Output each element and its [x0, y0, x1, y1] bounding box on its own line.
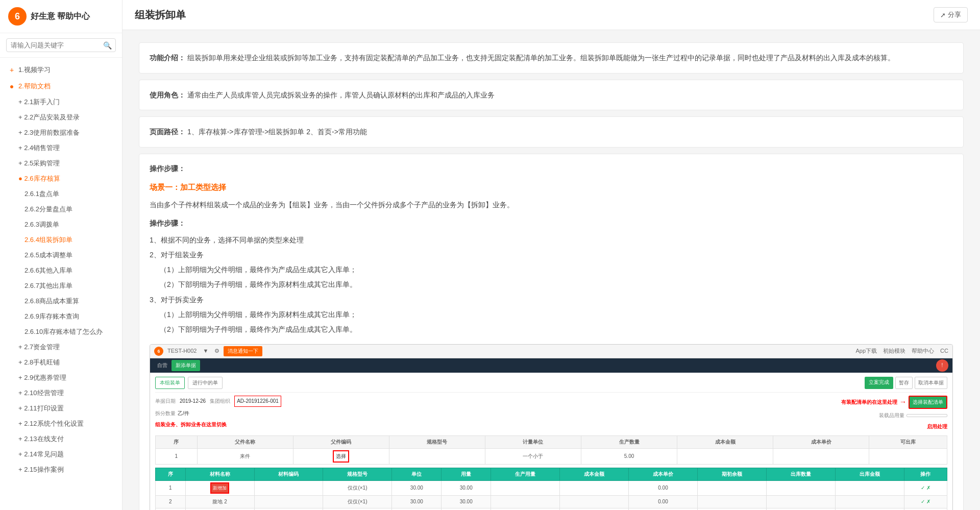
ss-qty-label: 拆分数量 [155, 409, 176, 418]
share-button[interactable]: ➚ 分享 [934, 7, 968, 22]
sidebar-item-stocktake[interactable]: 2.6.1盘点单 [0, 186, 122, 202]
sidebar-item-other-in[interactable]: 2.6.6其他入库单 [0, 263, 122, 278]
ss-mat1-btn: 新增加 [210, 482, 229, 494]
ss-app-dl: App下载 [856, 346, 877, 356]
role-label: 使用角色： [150, 91, 185, 99]
ss-sub-col-mat-code: 材料编码 [254, 468, 323, 481]
ss-input-field [906, 414, 947, 417]
share-icon: ➚ [940, 11, 946, 19]
sidebar-item-sales[interactable]: + 2.4销售管理 [0, 140, 122, 156]
logo-icon: 6 [8, 7, 27, 26]
ss-cell-unit: 一个小于 [485, 449, 581, 465]
sidebar-item-payment[interactable]: + 2.13在线支付 [0, 431, 122, 447]
sidebar-item-cost-recalc[interactable]: 2.6.8商品成本重算 [0, 294, 122, 309]
ss-btn-confirm: 立案完成 [865, 377, 893, 389]
sidebar: 6 好生意 帮助中心 🔍 + 1.视频学习 ● 2.帮助文档 + 2.1新手入门… [0, 0, 122, 510]
ss-tab-progress: 进行中的单 [188, 377, 223, 389]
sidebar-item-inventory[interactable]: ● 2.6库存核算 [0, 171, 122, 186]
sidebar-item-finance[interactable]: + 2.7资金管理 [0, 339, 122, 355]
sidebar-item-cases[interactable]: + 2.15操作案例 [0, 462, 122, 477]
sidebar-item-purchase[interactable]: + 2.5采购管理 [0, 156, 122, 171]
ss-nav-new: 新添单据 [172, 360, 200, 371]
sidebar-item-mobile[interactable]: + 2.8手机旺铺 [0, 355, 122, 370]
step2: 2、对于组装业务 [150, 249, 953, 261]
ss-app-id: TEST-H002 [167, 346, 197, 356]
sidebar-item-coupon[interactable]: + 2.9优惠券管理 [0, 370, 122, 385]
ss-cell-qty: 5.00 [581, 449, 677, 465]
sidebar-item-partial-stocktake[interactable]: 2.6.2分量盘点单 [0, 202, 122, 217]
ss-annotation2: 组装业务、拆卸业务在这里切换 [155, 420, 227, 429]
ss-sub-col-unit: 单位 [392, 468, 442, 481]
sidebar-item-docs[interactable]: ● 2.帮助文档 [0, 78, 122, 94]
ss-date-val: 2019-12-26 [180, 397, 206, 406]
sidebar-item-stock-ledger[interactable]: 2.6.9库存账本查询 [0, 309, 122, 324]
sidebar-item-operation[interactable]: + 2.10经营管理 [0, 385, 122, 401]
ss-logo: 6 [154, 347, 163, 356]
sidebar-item-other-out[interactable]: 2.6.7其他出库单 [0, 278, 122, 294]
ss-right-panel-area: 装载品用量 [879, 411, 947, 420]
ss-nav-home: 自营 [154, 360, 170, 371]
scene1-title: 场景一：加工类型选择 [150, 180, 953, 194]
ss-row1-op: ✓ ✗ [921, 485, 930, 491]
table-row: 1 来件 选择 一个小于 5.00 [156, 449, 947, 465]
content-area: 功能介绍： 组装拆卸单用来处理企业组装或拆卸等加工业务，支持有固定装配清单的产品… [122, 30, 980, 510]
sidebar-item-faq[interactable]: + 2.14常见问题 [0, 447, 122, 462]
sidebar-item-cost-adjust[interactable]: 2.6.5成本调整单 [0, 248, 122, 263]
sidebar-item-beginner[interactable]: + 2.1新手入门 [0, 94, 122, 110]
search-input[interactable] [6, 38, 116, 52]
share-label: 分享 [948, 10, 961, 19]
ss-col-cost-price: 成本单价 [773, 436, 869, 449]
sidebar-item-transfer[interactable]: 2.6.3调拨单 [0, 217, 122, 232]
sidebar-item-dataprep[interactable]: + 2.3使用前数据准备 [0, 125, 122, 140]
ss-annotation3-row: 启用处理 [927, 422, 947, 431]
search-area: 🔍 [0, 33, 122, 58]
search-icon[interactable]: 🔍 [103, 41, 112, 50]
ss-cell-spec [389, 449, 485, 465]
ss-main-table: 序 父件名称 父件编码 规格型号 计量单位 生产数量 成本金额 成本单价 可出库 [155, 435, 947, 465]
ss-toolbar-right: 立案完成 暂存 取消本单据 [865, 377, 947, 389]
sidebar-item-stock-error[interactable]: 2.6.10库存账本错了怎么办 [0, 324, 122, 339]
ss-date-label: 单据日期 [155, 397, 176, 406]
ss-cell-cost-amt [677, 449, 773, 465]
sidebar-item-install[interactable]: + 2.2产品安装及登录 [0, 110, 122, 125]
ss-tab-current: 本组装单 [155, 377, 185, 389]
ss-col-parent-code: 父件编码 [293, 436, 389, 449]
ss-main-table-area: 序 父件名称 父件编码 规格型号 计量单位 生产数量 成本金额 成本单价 可出库 [155, 435, 947, 465]
main-area: 组装拆卸单 ➚ 分享 功能介绍： 组装拆卸单用来处理企业组装或拆卸等加工业务，支… [122, 0, 980, 510]
ss-row2-op: ✓ ✗ [921, 499, 930, 504]
ss-orange-btn: 消息通知一下 [224, 346, 262, 356]
role-box: 使用角色： 通常由生产人员或库管人员完成拆装业务的操作，库管人员确认原材料的出库… [139, 80, 964, 111]
screenshot: 6 TEST-H002 ▼ ⚙ 消息通知一下 App下载 初始模块 帮助中心 C… [150, 344, 953, 510]
ss-col-parent-name: 父件名称 [197, 436, 293, 449]
steps-box: 操作步骤： 场景一：加工类型选择 当由多个子件材料组装成一个成品的业务为【组装】… [139, 154, 964, 510]
ss-init: 初始模块 [883, 346, 905, 356]
ss-settings: ⚙ [214, 346, 219, 356]
path-text: 1、库存核算->库存管理->组装拆卸单 2、首页->常用功能 [187, 128, 367, 136]
ss-toolbar: 本组装单 进行中的单 立案完成 暂存 取消本单据 [155, 377, 947, 393]
header: 组装拆卸单 ➚ 分享 [122, 0, 980, 30]
logo-area: 6 好生意 帮助中心 [0, 0, 122, 33]
ss-sub-col-cost-price: 成本单价 [629, 468, 698, 481]
table-row: 1 新增加 仅仅(×1) 30.00 30.00 [156, 481, 947, 496]
ss-nav-right: ! [936, 359, 948, 372]
sidebar-item-label: 2.帮助文档 [18, 82, 51, 91]
ss-sub-col-usage: 用量 [442, 468, 491, 481]
ss-btn-save: 暂存 [895, 377, 913, 389]
sidebar-item-assemble[interactable]: 2.6.4组装拆卸单 [0, 232, 122, 248]
nav-tree: + 1.视频学习 ● 2.帮助文档 + 2.1新手入门 + 2.2产品安装及登录… [0, 58, 122, 510]
ss-date-row: 单据日期 2019-12-26 集团组织 AD-20191226-001 [155, 396, 835, 407]
intro-label: 功能介绍： [150, 54, 185, 62]
sidebar-item-system[interactable]: + 2.12系统个性化设置 [0, 416, 122, 431]
ss-select-btn: 选择装配清单 [909, 396, 947, 409]
ss-sub-col-init-bal: 期初余额 [697, 468, 766, 481]
sidebar-item-print[interactable]: + 2.11打印设置 [0, 401, 122, 416]
ss-annotation3: 启用处理 [927, 422, 947, 431]
ss-sub-col-prod-qty: 生产用量 [491, 468, 560, 481]
ss-btn-cancel: 取消本单据 [915, 377, 947, 389]
sidebar-item-label: 1.视频学习 [18, 65, 51, 75]
sidebar-item-video[interactable]: + 1.视频学习 [0, 62, 122, 78]
scene1-desc: 当由多个子件材料组装成一个成品的业务为【组装】业务，当由一个父件拆分成多个子产品… [150, 198, 953, 212]
ss-info-right: 有装配清单的在这里处理 → 选择装配清单 装载品用量 启用处理 [841, 396, 947, 431]
step3: 3、对于拆卖业务 [150, 294, 953, 306]
ss-right-panel-label: 装载品用量 [879, 411, 904, 420]
